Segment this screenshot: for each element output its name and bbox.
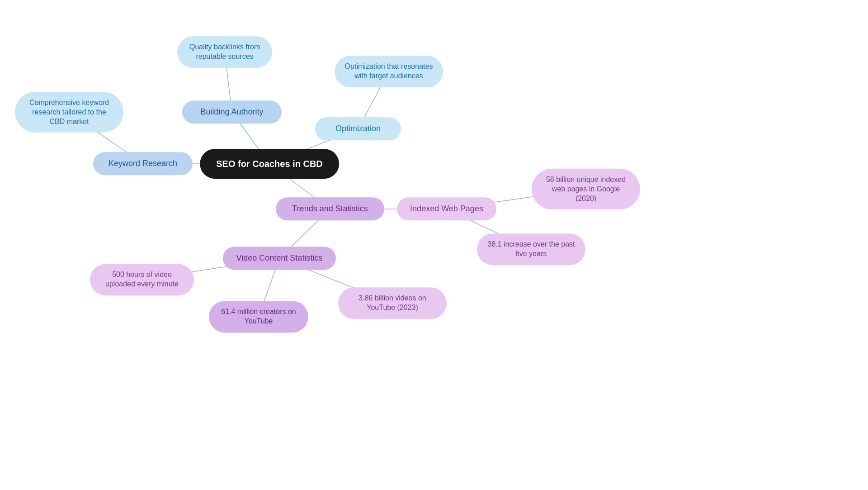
optimization-resonates-node: Optimization that resonates with target … xyxy=(335,56,443,87)
building-authority-node: Building Authority xyxy=(182,100,282,124)
trends-statistics-node: Trends and Statistics xyxy=(276,197,384,220)
quality-backlinks-node: Quality backlinks from reputable sources xyxy=(177,36,272,68)
keyword-research-node: Keyword Research xyxy=(93,152,193,175)
center-node: SEO for Coaches in CBD xyxy=(200,149,339,179)
video-content-node: Video Content Statistics xyxy=(223,247,336,270)
optimization-node: Optimization xyxy=(315,117,401,140)
38-increase-node: 38.1 increase over the past five years xyxy=(477,233,585,265)
61-million-node: 61.4 million creators on YouTube xyxy=(209,301,308,333)
58-billion-node: 58 billion unique indexed web pages in G… xyxy=(532,169,640,209)
386-billion-node: 3.86 billion videos on YouTube (2023) xyxy=(338,287,447,319)
indexed-web-pages-node: Indexed Web Pages xyxy=(397,197,496,220)
500-hours-node: 500 hours of video uploaded every minute xyxy=(90,264,194,295)
comprehensive-keyword-node: Comprehensive keyword research tailored … xyxy=(15,92,123,133)
